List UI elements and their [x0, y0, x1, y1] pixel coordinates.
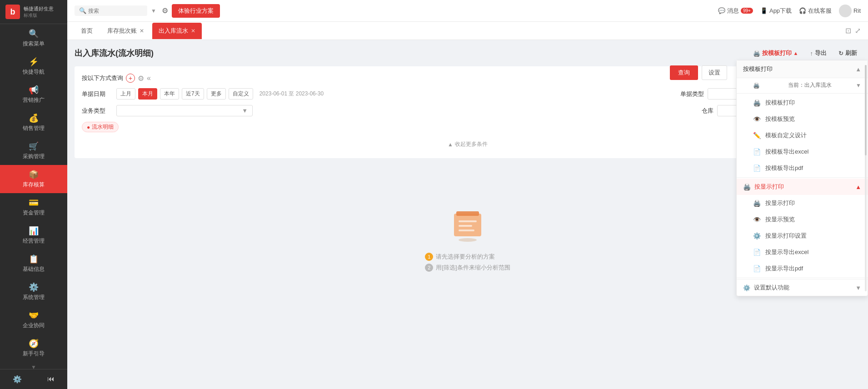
current-chevron[interactable]: ▼	[856, 82, 861, 89]
panel-scrollbar[interactable]	[865, 65, 867, 291]
date-btn-7days[interactable]: 近7天	[182, 88, 204, 100]
date-btn-prev-month[interactable]: 上月	[116, 88, 135, 100]
add-condition-button[interactable]: +	[126, 74, 135, 83]
sidebar-item-label: 基础信息	[23, 265, 45, 273]
sidebar-menu: 🔍 搜索菜单 ⚡ 快捷导航 📢 营销推广 💰 销售管理 🛒 采购管理 📦	[0, 24, 67, 365]
display-print-icon: 🖨️	[743, 183, 751, 190]
sidebar-item-shortcut[interactable]: ⚡ 快捷导航	[0, 52, 67, 80]
search-input[interactable]	[88, 8, 143, 14]
tabbar: 首页 库存批次账 ✕ 出入库流水 ✕ ⊡ ⤢	[67, 22, 868, 40]
tab-maximize-icon[interactable]: ⤢	[855, 26, 861, 35]
collab-icon: 🤝	[29, 310, 39, 320]
date-range-text: 2023-06-01 至 2023-06-30	[259, 90, 324, 98]
company-name: 畅捷通好生意	[24, 5, 54, 12]
collapse-conditions-icon[interactable]: «	[147, 74, 151, 82]
tab-flow-close[interactable]: ✕	[191, 28, 195, 34]
svg-rect-3	[459, 225, 472, 227]
search-dropdown-icon[interactable]: ▼	[151, 8, 156, 14]
topbar-right: 💬 消息 99+ 📱 App下载 🎧 在线客服 Rit	[718, 5, 861, 17]
print-icon: 🖨️	[753, 99, 761, 106]
settings-icon[interactable]: ⚙️	[13, 375, 22, 384]
panel-item-template-print[interactable]: 🖨️ 按模板打印	[737, 95, 868, 111]
tab-home[interactable]: 首页	[75, 23, 99, 39]
sidebar-item-guide[interactable]: 🧭 新手引导	[0, 334, 67, 362]
sales-icon: 💰	[29, 113, 39, 123]
panel-chevron-up[interactable]: ▲	[855, 66, 861, 73]
trial-button[interactable]: 体验行业方案	[172, 4, 220, 18]
template-print-button[interactable]: 🖨️ 按模板打印 ▲	[749, 47, 802, 59]
tab-batch-close[interactable]: ✕	[140, 28, 144, 34]
export-button[interactable]: ↑ 导出	[807, 47, 831, 59]
date-buttons: 上月 本月 本年 近7天 更多 自定义 2023-06-01 至 2023-06…	[116, 88, 324, 100]
flow-detail-tag[interactable]: ● 流水明细	[82, 122, 119, 132]
operation-icon: 📊	[29, 226, 39, 236]
tab-batch[interactable]: 库存批次账 ✕	[101, 23, 150, 39]
tag-icon: ●	[87, 124, 90, 130]
panel-item-display-print[interactable]: 🖨️ 按显示打印	[737, 195, 868, 211]
panel-item-display-settings[interactable]: ⚙️ 按显示打印设置	[737, 228, 868, 244]
date-btn-custom[interactable]: 自定义	[229, 88, 253, 100]
set-button[interactable]: 设置	[702, 65, 727, 80]
sidebar-item-system[interactable]: ⚙️ 系统管理	[0, 278, 67, 306]
display-section-header[interactable]: 🖨️ 按显示打印 ▲	[737, 179, 868, 195]
download-icon: 📱	[760, 7, 768, 14]
query-button[interactable]: 查询	[670, 65, 698, 80]
sidebar-item-sales[interactable]: 💰 销售管理	[0, 109, 67, 137]
sidebar-item-label: 营销推广	[23, 96, 45, 104]
panel-item-display-pdf[interactable]: 📄 按显示导出pdf	[737, 260, 868, 277]
tab-minimize-icon[interactable]: ⊡	[845, 26, 851, 35]
panel-scrollbar-thumb[interactable]	[865, 65, 867, 155]
display-excel-icon: 📄	[753, 249, 761, 256]
sidebar-item-label: 新手引导	[23, 350, 45, 358]
settings-icon[interactable]: ⚙	[138, 74, 144, 83]
panel-item-template-excel[interactable]: 📄 按模板导出excel	[737, 144, 868, 160]
online-service-button[interactable]: 🎧 在线客服	[799, 7, 832, 15]
date-btn-more[interactable]: 更多	[207, 88, 226, 100]
current-icon: 🖨️	[753, 82, 760, 89]
sidebar-item-operation[interactable]: 📊 经营管理	[0, 221, 67, 249]
settings-chevron[interactable]: ▼	[855, 284, 861, 291]
panel-settings-item[interactable]: ⚙️ 设置默认功能 ▼	[737, 279, 868, 296]
topbar: 🔍 ▼ ⚙ 体验行业方案 💬 消息 99+ 📱 App下载 🎧	[67, 0, 868, 22]
user-profile[interactable]: Rit	[839, 5, 861, 17]
print-panel: 按模板打印 ▲ 🖨️ 当前：出入库流水 ▼ 🖨️ 按模板打印 👁️	[736, 60, 868, 296]
app-download-button[interactable]: 📱 App下载	[760, 7, 792, 15]
svg-rect-2	[459, 220, 477, 222]
customize-icon: ✏️	[753, 132, 761, 139]
system-icon: ⚙️	[29, 282, 39, 292]
display-preview-icon: 👁️	[753, 216, 761, 223]
sidebar-item-basic[interactable]: 📋 基础信息	[0, 249, 67, 278]
panel-item-display-preview[interactable]: 👁️ 按显示预览	[737, 211, 868, 228]
page-content: 出入库流水(流水明细) 🖨️ 按模板打印 ▲ ↑ 导出 ↻ 刷新	[67, 40, 868, 389]
biz-type-select[interactable]: ▼	[116, 105, 253, 116]
message-button[interactable]: 💬 消息 99+	[718, 7, 753, 15]
tab-flow[interactable]: 出入库流水 ✕	[152, 23, 202, 39]
display-section-chevron[interactable]: ▲	[855, 184, 861, 190]
headphone-icon: 🎧	[799, 7, 806, 14]
panel-item-template-pdf[interactable]: 📄 按模板导出pdf	[737, 160, 868, 176]
biz-type-label: 业务类型	[82, 107, 109, 115]
sidebar-item-label: 搜索菜单	[23, 40, 45, 48]
pdf-icon: 📄	[753, 165, 761, 172]
topbar-search-box[interactable]: 🔍	[75, 5, 147, 16]
sidebar-item-collab[interactable]: 🤝 企业协同	[0, 306, 67, 334]
finance-icon: 💳	[29, 198, 39, 208]
sidebar-item-finance[interactable]: 💳 资金管理	[0, 193, 67, 221]
panel-item-display-excel[interactable]: 📄 按显示导出excel	[737, 244, 868, 260]
collapse-icon[interactable]: ⏮	[47, 375, 55, 384]
search-icon: 🔍	[29, 29, 39, 39]
sidebar-item-marketing[interactable]: 📢 营销推广	[0, 80, 67, 109]
panel-item-template-preview[interactable]: 👁️ 按模板预览	[737, 111, 868, 127]
sidebar-item-search[interactable]: 🔍 搜索菜单	[0, 24, 67, 52]
date-btn-this-year[interactable]: 本年	[160, 88, 179, 100]
empty-illustration	[445, 200, 490, 245]
app-logo-text: 畅捷通好生意 标准版	[24, 5, 54, 19]
sidebar-item-inventory[interactable]: 📦 库存核算	[0, 165, 67, 193]
sidebar-item-purchase[interactable]: 🛒 采购管理	[0, 137, 67, 165]
date-btn-this-month[interactable]: 本月	[138, 88, 157, 100]
avatar	[839, 5, 852, 17]
gear-icon[interactable]: ⚙	[162, 6, 168, 15]
panel-item-template-customize[interactable]: ✏️ 模板自定义设计	[737, 127, 868, 144]
refresh-button[interactable]: ↻ 刷新	[835, 47, 861, 59]
display-print-sub-icon: 🖨️	[753, 199, 761, 207]
